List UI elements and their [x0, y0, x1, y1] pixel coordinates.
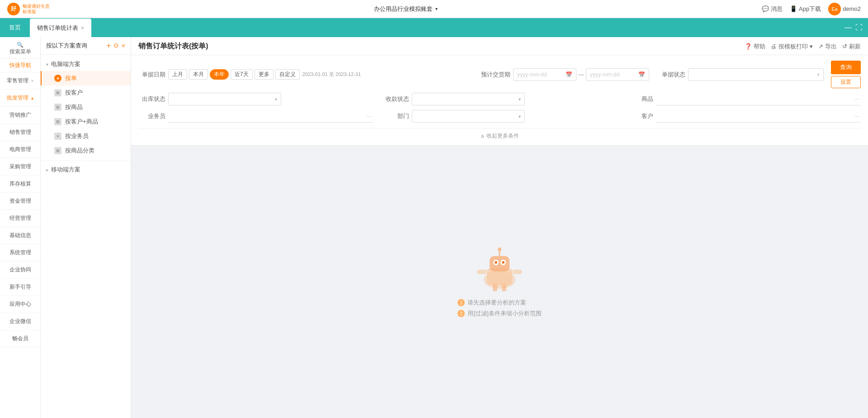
svg-rect-11	[477, 270, 487, 274]
tab-home[interactable]: 首页	[0, 18, 30, 37]
sidebar-item-wechat[interactable]: 企业微信	[0, 313, 40, 330]
collapse-label[interactable]: ∧ 收起更多条件	[481, 132, 519, 140]
left-panel-actions: + ⊙ «	[107, 42, 125, 50]
expected-date-start-input[interactable]: yyyy-mm-dd 📅	[513, 68, 576, 81]
tab-home-label: 首页	[9, 24, 21, 32]
pc-group-label: 电脑端方案	[51, 60, 80, 68]
tab-active-label: 销售订单统计表	[37, 24, 78, 32]
sidebar-item-enterprise[interactable]: 企业协同	[0, 261, 40, 279]
user-area[interactable]: Ea demo2	[828, 3, 861, 15]
date-btn-custom[interactable]: 自定义	[275, 69, 300, 80]
query-item-by-cust-prod[interactable]: ⊞ 按客户+商品	[41, 114, 131, 129]
print-button[interactable]: 🖨 按模板打印 ▾	[771, 43, 813, 51]
date-buttons: 上月 本月 本年 近7天 更多 自定义	[168, 69, 300, 80]
expected-date-label: 预计交货期	[481, 71, 510, 79]
message-label: 消息	[771, 5, 783, 13]
collection-status-select[interactable]: ▾	[412, 93, 525, 105]
date-btn-more[interactable]: 更多	[255, 69, 274, 80]
collapse-bar[interactable]: ∧ 收起更多条件	[138, 128, 861, 140]
sidebar-item-sales[interactable]: 销售管理	[0, 124, 40, 141]
left-panel-title: 按以下方案查询	[46, 42, 87, 50]
user-name: demo2	[843, 5, 861, 12]
by-order-label: 按单	[65, 74, 77, 82]
left-panel: 按以下方案查询 + ⊙ « ▾ 电脑端方案 ● 按单 ⊞ 按客	[41, 37, 131, 418]
empty-state: 1 请先选择要分析的方案 2 用[过滤]条件来缩小分析范围	[458, 243, 541, 320]
sidebar-item-finance[interactable]: 资金管理	[0, 193, 40, 210]
sidebar-item-inventory[interactable]: 库存核算	[0, 176, 40, 193]
by-category-label: 按商品分类	[65, 147, 94, 155]
department-select[interactable]: ▾	[412, 110, 525, 123]
date-btn-this-year[interactable]: 本年	[210, 69, 229, 80]
setting-button[interactable]: 设置	[831, 76, 861, 88]
sidebar-item-retail-arrow: ▾	[31, 78, 33, 83]
calendar-icon-1: 📅	[566, 71, 572, 78]
pc-group-header[interactable]: ▾ 电脑端方案	[41, 57, 131, 71]
tabbar: 首页 销售订单统计表 × — ⛶	[0, 18, 868, 37]
app-download-icon: 📱	[790, 5, 797, 12]
pc-query-group: ▾ 电脑端方案 ● 按单 ⊞ 按客户 ⊞ 按商品 ⊞ 按客户+商品	[41, 55, 131, 161]
by-product-icon: ⊞	[54, 104, 61, 111]
pc-group-arrow: ▾	[46, 62, 48, 67]
search-label: 搜索菜单	[4, 48, 37, 56]
sidebar-item-ecommerce[interactable]: 电商管理	[0, 141, 40, 158]
collapse-panel-button[interactable]: «	[122, 42, 125, 50]
query-item-by-product[interactable]: ⊞ 按商品	[41, 100, 131, 114]
app-download-button[interactable]: 📱 App下载	[790, 5, 821, 13]
query-item-by-customer[interactable]: ⊞ 按客户	[41, 86, 131, 100]
tip-num-1: 1	[458, 299, 465, 306]
sidebar-item-operations[interactable]: 经营管理	[0, 210, 40, 227]
sidebar-item-ecommerce-label: 电商管理	[9, 146, 31, 153]
data-area: 1 请先选择要分析的方案 2 用[过滤]条件来缩小分析范围	[131, 146, 868, 418]
date-btn-last-month[interactable]: 上月	[168, 69, 187, 80]
salesman-input[interactable]: ···	[168, 110, 373, 123]
expected-date-end-input[interactable]: yyyy-mm-dd 📅	[586, 68, 649, 81]
help-button[interactable]: ❓ 帮助	[745, 43, 765, 51]
status-select[interactable]: ▾	[688, 68, 824, 81]
settings-scheme-button[interactable]: ⊙	[113, 42, 119, 50]
tab-close-icon[interactable]: ×	[81, 25, 84, 31]
delivery-select-arrow: ▾	[275, 97, 277, 102]
sidebar-item-basic[interactable]: 基础信息	[0, 227, 40, 244]
tab-active[interactable]: 销售订单统计表 ×	[30, 19, 91, 38]
sidebar-item-marketing[interactable]: 营销推广	[0, 107, 40, 124]
goods-section: 商品 ···	[626, 93, 861, 105]
maximize-icon[interactable]: ⛶	[855, 24, 863, 32]
sidebar-item-guide[interactable]: 新手引导	[0, 279, 40, 296]
minimize-icon[interactable]: —	[844, 24, 852, 32]
sidebar-item-system-label: 系统管理	[9, 249, 31, 256]
date-btn-7days[interactable]: 近7天	[231, 69, 253, 80]
query-button[interactable]: 查询	[831, 61, 861, 74]
sidebar-item-appCenter[interactable]: 应用中心	[0, 296, 40, 313]
customer-input[interactable]: ···	[656, 110, 861, 123]
add-scheme-button[interactable]: +	[107, 42, 111, 50]
mobile-query-group: ▸ 移动端方案	[41, 161, 131, 178]
message-button[interactable]: 💬 消息	[762, 5, 783, 13]
print-label: 按模板打印	[778, 43, 808, 51]
sidebar-item-member[interactable]: 畅会员	[0, 330, 40, 347]
logo-area[interactable]: 好 畅捷通好生意 标准版	[7, 3, 50, 15]
goods-input[interactable]: ···	[656, 93, 861, 105]
sidebar-item-purchase[interactable]: 采购管理	[0, 158, 40, 176]
query-item-by-category[interactable]: ⊞ 按商品分类	[41, 143, 131, 158]
export-button[interactable]: ↗ 导出	[818, 43, 837, 51]
sidebar-search[interactable]: 🔍 搜索菜单	[0, 37, 40, 59]
by-salesman-label: 按业务员	[65, 132, 89, 140]
date-btn-this-month[interactable]: 本月	[189, 69, 208, 80]
sidebar-item-purchase-label: 采购管理	[9, 163, 31, 171]
svg-point-10	[498, 247, 501, 251]
sidebar-item-system[interactable]: 系统管理	[0, 244, 40, 261]
sidebar-item-retail[interactable]: 零售管理 ▾	[0, 72, 40, 90]
workspace-dropdown-icon[interactable]: ▾	[435, 6, 438, 11]
mobile-group-header[interactable]: ▸ 移动端方案	[41, 163, 131, 176]
status-section: 单据状态 ▾	[658, 68, 824, 81]
query-item-by-order[interactable]: ● 按单	[41, 71, 131, 86]
department-arrow: ▾	[519, 114, 521, 119]
workspace-title-area[interactable]: 办公用品行业模拟账套 ▾	[374, 5, 438, 13]
query-item-by-salesman[interactable]: ≡ 按业务员	[41, 129, 131, 143]
sidebar-item-marketing-label: 营销推广	[9, 111, 31, 119]
sidebar-quick-nav[interactable]: 快捷导航	[0, 59, 40, 72]
refresh-button[interactable]: ↺ 刷新	[842, 43, 861, 51]
filter-area: 单据日期 上月 本月 本年 近7天 更多 自定义 2023-01-01 至 20…	[131, 55, 868, 146]
delivery-status-select[interactable]: ▾	[168, 93, 281, 105]
sidebar-item-wholesale[interactable]: 批发管理 ▴	[0, 90, 40, 107]
